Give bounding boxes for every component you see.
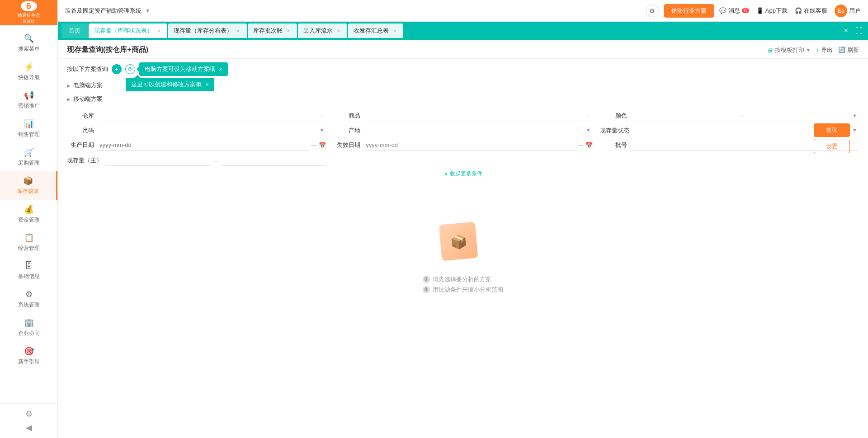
empty-tips: ① 请先选择要分析的方案 ② 用过滤条件来缩小分析范围	[423, 274, 503, 295]
tab-stock-flow-close[interactable]: ×	[335, 28, 342, 34]
sidebar-collapse-btn[interactable]: ◀	[26, 423, 32, 433]
export-btn[interactable]: ↑ 导出	[816, 46, 833, 54]
sidebar-item-quick[interactable]: ⚡ 快捷导航	[0, 57, 57, 86]
collapse-label: 收起更多条件	[450, 170, 482, 178]
sidebar-item-system[interactable]: ⚙ 系统管理	[0, 285, 57, 313]
message-icon: 💬	[719, 7, 726, 14]
sidebar-item-label: 营销推广	[18, 102, 40, 110]
print-btn[interactable]: 🖨 按模板打印 ▼	[767, 46, 811, 54]
produce-date-start[interactable]	[98, 140, 309, 151]
print-label: 按模板打印	[775, 46, 804, 54]
stock-main-start[interactable]	[106, 155, 211, 166]
filter-section: 按以下方案查询 + ⟳ « 电脑方案可设为移动方案哦 × 这里可以创建和修改方案…	[58, 59, 868, 187]
sidebar-item-marketing[interactable]: 📢 营销推广	[0, 86, 57, 114]
color-dots[interactable]: ···	[740, 112, 745, 119]
empty-face-icon: 📦	[449, 233, 467, 250]
product-label: 商品	[333, 112, 360, 120]
color-select[interactable]: ··· ▼	[631, 110, 859, 121]
app-subtitle: 标准版	[23, 19, 35, 24]
online-service-btn[interactable]: 🎧 在线客服	[795, 7, 827, 15]
tab-stock-dist[interactable]: 现存量（库存分布表） ×	[168, 24, 247, 38]
origin-dropdown-icon: ▼	[586, 127, 591, 133]
scheme-popup-close[interactable]: ×	[219, 66, 222, 73]
produce-date-calendar-icon[interactable]: 📅	[319, 142, 326, 149]
export-label: 导出	[821, 46, 833, 54]
color-dropdown-icon: ▼	[852, 113, 857, 118]
message-btn[interactable]: 💬 消息 6	[719, 7, 749, 15]
product-dots[interactable]: ···	[586, 112, 591, 119]
sidebar-item-operation[interactable]: 📋 经营管理	[0, 228, 57, 257]
service-icon: 🎧	[795, 7, 802, 14]
collapse-bar[interactable]: ∧ 收起更多条件	[67, 166, 859, 181]
warehouse-select[interactable]: ···	[98, 110, 326, 121]
sidebar-item-sales[interactable]: 📊 销售管理	[0, 114, 57, 143]
system-chevron-icon: ▼	[145, 8, 151, 14]
expire-date-start[interactable]	[364, 140, 576, 151]
sidebar-item-search[interactable]: 🔍 搜索菜单	[0, 29, 57, 57]
filter-field-expire-date: 失效日期 — 📅	[333, 140, 592, 151]
tab-stock-summary[interactable]: 收发存汇总表 ×	[348, 24, 403, 38]
main-area: 装备及固定资产辅助管理系统 ▼ ⚙ 体验行业方案 💬 消息 6 📱 App下载 …	[58, 0, 868, 438]
tab-home[interactable]: 首页	[61, 24, 88, 38]
sidebar-item-label: 库存核算	[17, 188, 39, 195]
filter-field-produce-date: 生产日期 — 📅	[67, 140, 326, 151]
marketing-icon: 📢	[24, 90, 34, 100]
sidebar-item-enterprise[interactable]: 🏢 企业协同	[0, 313, 57, 342]
search-btn[interactable]: 查询	[814, 123, 850, 137]
tab-stock-batch-close[interactable]: ×	[285, 28, 292, 34]
search-icon: 🔍	[24, 33, 34, 43]
edit-scheme-tooltip-close[interactable]: ×	[205, 81, 209, 88]
size-select[interactable]: ▼	[98, 126, 326, 135]
topbar-settings-btn[interactable]: ⚙	[646, 5, 659, 17]
tabbar-close-btn[interactable]: ×	[842, 25, 850, 37]
operation-icon: 📋	[24, 233, 34, 243]
industry-btn[interactable]: 体验行业方案	[664, 4, 714, 18]
sidebar-item-finance[interactable]: 💰 资金管理	[0, 200, 57, 228]
app-download-label: App下载	[765, 7, 788, 15]
edit-scheme-tooltip-text: 这里可以创建和修改方案哦	[131, 80, 202, 89]
product-select[interactable]: ···	[364, 110, 592, 121]
reset-btn[interactable]: 设置	[814, 140, 850, 153]
stock-main-label: 现存量（主）	[67, 156, 102, 165]
system-name: 装备及固定资产辅助管理系统	[65, 7, 142, 15]
sidebar-item-base[interactable]: 🗄 基础信息	[0, 257, 57, 285]
stock-main-end[interactable]	[221, 155, 326, 166]
chevron-right-icon-2: ▶	[67, 97, 71, 102]
system-icon: ⚙	[25, 289, 33, 299]
expire-date-calendar-icon[interactable]: 📅	[585, 142, 593, 149]
user-btn[interactable]: Ea 用户	[835, 5, 861, 17]
tab-stock-status-close[interactable]: ×	[156, 28, 162, 34]
sidebar-item-label: 企业协同	[18, 330, 40, 337]
warehouse-dots[interactable]: ···	[319, 112, 324, 119]
search-reset-group: 查询 设置	[814, 123, 850, 153]
tabbar-fullscreen-btn[interactable]: ⛶	[854, 25, 864, 37]
tabbar: 首页 现存量（库存状况表） × 现存量（库存分布表） × 库存批次账 × 出入库…	[58, 22, 868, 40]
sidebar-item-inventory[interactable]: 📦 库存核算	[0, 171, 57, 200]
origin-select[interactable]: ▼	[364, 126, 592, 135]
filter-refresh-btn[interactable]: ⟳	[125, 64, 135, 74]
sidebar-item-purchase[interactable]: 🛒 采购管理	[0, 143, 57, 171]
sidebar: 6 畅通好生意 标准版 🔍 搜索菜单 ⚡ 快捷导航 📢 营销推广 📊 销售管理 …	[0, 0, 58, 438]
refresh-btn[interactable]: 🔄 刷新	[838, 46, 859, 54]
tab-stock-summary-close[interactable]: ×	[392, 28, 398, 34]
tab-stock-flow[interactable]: 出入库流水 ×	[298, 24, 347, 38]
mobile-icon: 📱	[756, 7, 764, 14]
scheme-group-desktop-label: 电脑端方案	[73, 81, 103, 89]
user-label: 用户	[849, 7, 861, 15]
filter-label: 按以下方案查询	[67, 65, 108, 73]
logo-icon: 6	[21, 1, 37, 11]
sidebar-logo: 6 畅通好生意 标准版	[0, 0, 57, 25]
sidebar-settings-btn[interactable]: ⚙	[25, 409, 33, 419]
tab-stock-status[interactable]: 现存量（库存状况表） ×	[89, 24, 167, 38]
tab-stock-batch[interactable]: 库存批次账 ×	[248, 24, 297, 38]
scheme-group-mobile-header[interactable]: ▶ 移动端方案	[67, 93, 859, 105]
filter-add-btn[interactable]: +	[112, 64, 122, 74]
sidebar-item-label: 系统管理	[18, 301, 40, 309]
tab-stock-dist-close[interactable]: ×	[235, 28, 241, 34]
tip1-text: 请先选择要分析的方案	[433, 274, 491, 284]
produce-date-sep: —	[311, 142, 317, 149]
sidebar-item-guide[interactable]: 🎯 新手引导	[0, 342, 57, 370]
scheme-popup: 电脑方案可设为移动方案哦 ×	[139, 62, 228, 76]
app-download-btn[interactable]: 📱 App下载	[756, 7, 788, 15]
avatar: Ea	[835, 5, 847, 17]
